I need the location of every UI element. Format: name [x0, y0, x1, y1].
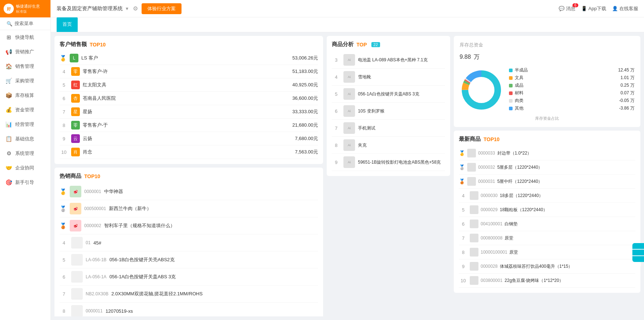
customer-ranking-table: 🥇 L LS 客户 53,006.26元 4 零 零售客户-许 51,183.0… — [60, 52, 318, 159]
product-analysis-top10: TOP — [356, 42, 367, 48]
rank-number: 7 — [332, 126, 341, 131]
operations-icon: 📊 — [5, 121, 12, 128]
inventory-card: 库存总资金 9.88 万 — [454, 36, 640, 127]
system-icon: ⚙ — [5, 150, 12, 157]
middle-panel: 商品分析 TOP 22 3 Ai 电池盖 LA-089 ABS本色+黑种 7.1… — [327, 36, 450, 316]
rank-number: 4 — [60, 69, 68, 74]
product-image — [71, 254, 83, 266]
rank-number: 8 — [459, 250, 468, 255]
sidebar-item-purchase[interactable]: 🛒 采购管理 — [0, 74, 50, 88]
donut-svg — [460, 68, 503, 112]
product-image: 🥩 — [70, 203, 81, 214]
sidebar-item-sales[interactable]: 🏠 销售管理 — [0, 59, 50, 74]
avatar: 肖 — [71, 148, 80, 156]
list-item: 4 0000030 18多层（1220*2440） — [459, 189, 635, 203]
rank-number: 4 — [459, 193, 468, 198]
list-item: 🥈 🥩 000500001 新西兰牛肉（新牛） — [60, 200, 318, 217]
table-row: 🥇 L LS 客户 53,006.26元 — [60, 52, 318, 65]
sidebar-item-cooperation[interactable]: 🤝 企业协同 — [0, 161, 50, 175]
app-download-button[interactable]: 📱 App下载 — [581, 5, 606, 12]
inventory-icon: 📦 — [5, 92, 12, 99]
product-image: 🥩 — [70, 186, 81, 197]
table-row: 9 云 云扬 7,680.00元 — [60, 132, 318, 145]
cooperation-icon: 🤝 — [5, 164, 12, 172]
rank-number: 7 — [60, 291, 68, 297]
search-menu[interactable]: 🔍 搜索菜单 — [0, 17, 50, 30]
avatar: 零 — [71, 67, 80, 76]
rank-number: 7 — [459, 235, 468, 241]
messages-button[interactable]: 💬 消息 6 — [559, 5, 575, 12]
rank-number: 9 — [332, 160, 341, 165]
shortcuts-icon: ⊞ — [5, 34, 12, 41]
product-image: Ai — [343, 105, 355, 117]
table-row: 10 肖 肖念 7,563.00元 — [60, 145, 318, 159]
hot-products-list: 🥇 🥩 0000001 中华神器 🥈 🥩 000500001 新西兰牛肉（新牛）… — [60, 183, 318, 316]
list-item: 3 Ai 电池盖 LA-089 ABS本色+黑种 7.1克 — [332, 52, 445, 69]
product-image: 🥩 — [70, 220, 81, 231]
product-image: Ai — [343, 88, 355, 100]
product-image — [71, 305, 83, 316]
list-item: 7 NB2.0X30B 2.0X30MM双搓花轴,搓花直径2.1MM/ROHS — [60, 286, 318, 303]
chart-legend: 半成品 12.45 万 文具 1.01 万 成品 0.25 万 — [509, 67, 635, 113]
product-analysis-title: 商品分析 — [332, 41, 354, 48]
medal-icon: 🥉 — [60, 222, 67, 229]
product-image — [470, 191, 478, 200]
legend-item: 其他 -3.86 万 — [509, 105, 635, 111]
product-image: Ai — [343, 139, 355, 151]
list-item: 5 0000029 18颗粒板（1220*2440） — [459, 203, 635, 217]
list-item: 7 Ai 手机测试 — [332, 120, 445, 137]
product-image — [470, 220, 478, 228]
list-item: 🥉 🥩 0000002 智利车子里（规格不知道填什么） — [60, 217, 318, 234]
live-stream-button[interactable]: 直播 — [632, 256, 644, 262]
sidebar-item-marketing[interactable]: 📢 营销推广 — [0, 45, 50, 59]
new-products-title: 最新商品 — [459, 136, 481, 143]
sidebar-item-system[interactable]: ⚙ 系统管理 — [0, 146, 50, 161]
inventory-subtitle: 库存资金占比 — [460, 116, 635, 121]
legend-dot — [509, 76, 513, 80]
rank-number: 5 — [332, 91, 341, 97]
new-products-header: 最新商品 TOP10 — [459, 136, 635, 143]
legend-item: 成品 0.25 万 — [509, 82, 635, 89]
table-row: 6 杏 苍南县人民医院 36,600.00元 — [60, 92, 318, 105]
online-service-button[interactable]: 👤 在线客服 — [612, 5, 638, 12]
list-item: 8 0000011 12070519-xs — [60, 303, 318, 316]
sidebar-item-inventory[interactable]: 📦 库存核算 — [0, 88, 50, 103]
legend-item: 半成品 12.45 万 — [509, 67, 635, 73]
rank-number: 8 — [60, 123, 68, 128]
table-row: 8 零 零售客户-于 21,680.00元 — [60, 119, 318, 132]
logo-text: 畅捷通好生意 标准版 — [16, 4, 40, 13]
product-image — [71, 288, 83, 300]
customer-ranking-card: 客户销售额 TOP10 🥇 L LS 客户 53,006.26元 4 零 — [54, 36, 323, 164]
sidebar-item-guide[interactable]: 🎯 新手引导 — [0, 175, 50, 190]
sidebar-item-operations[interactable]: 📊 经营管理 — [0, 117, 50, 132]
new-products-card: 最新商品 TOP10 🥇 0000033 封边带（1.0*22） 🥈 00000… — [454, 131, 640, 293]
legend-item: 肉类 -0.05 万 — [509, 98, 635, 104]
product-image — [467, 149, 476, 157]
avatar: 零 — [71, 121, 80, 130]
settings-icon[interactable]: ⚙ — [133, 5, 138, 12]
list-item: 6 LA-056-1A 056-1A白色按键开关盖ABS 3克 — [60, 268, 318, 286]
customer-ranking-title: 客户销售额 — [60, 41, 87, 48]
product-image — [467, 177, 476, 186]
legend-item: 材料 0.07 万 — [509, 90, 635, 96]
list-item: 🥇 🥩 0000001 中华神器 — [60, 183, 318, 200]
avatar: 杏 — [71, 94, 80, 103]
sidebar: 好 畅捷通好生意 标准版 🔍 搜索菜单 ⊞ 快捷导航 📢 营销推广 🏠 销售管理… — [0, 0, 51, 320]
hot-products-card: 热销商品 TOP10 🥇 🥩 0000001 中华神器 🥈 🥩 00050000… — [54, 168, 323, 316]
try-industry-button[interactable]: 体验行业方案 — [142, 3, 182, 14]
sidebar-item-basic-info[interactable]: 📋 基础信息 — [0, 132, 50, 146]
sidebar-item-finance[interactable]: 💰 资金管理 — [0, 103, 50, 117]
customer-service-hotline-button[interactable]: 客服热线 — [632, 243, 644, 249]
tab-home[interactable]: 首页 — [57, 17, 78, 32]
rank-number: 6 — [60, 274, 68, 280]
sidebar-item-shortcuts[interactable]: ⊞ 快捷导航 — [0, 30, 50, 45]
sidebar-nav: ⊞ 快捷导航 📢 营销推广 🏠 销售管理 🛒 采购管理 📦 库存核算 💰 资金管… — [0, 30, 50, 320]
top-badge: 22 — [371, 42, 380, 47]
list-item: 9 0000028 体城荔枝味苏打饮品400毫升（1*15） — [459, 259, 635, 274]
medal-icon: 🥈 — [60, 205, 67, 212]
service-community-button[interactable]: 服务社区 — [632, 250, 644, 255]
guide-icon: 🎯 — [5, 179, 12, 186]
content-area: 客户销售额 TOP10 🥇 L LS 客户 53,006.26元 4 零 — [51, 32, 644, 320]
list-item: 7 000800008 原堂 — [459, 231, 635, 245]
avatar: 红 — [71, 81, 80, 89]
